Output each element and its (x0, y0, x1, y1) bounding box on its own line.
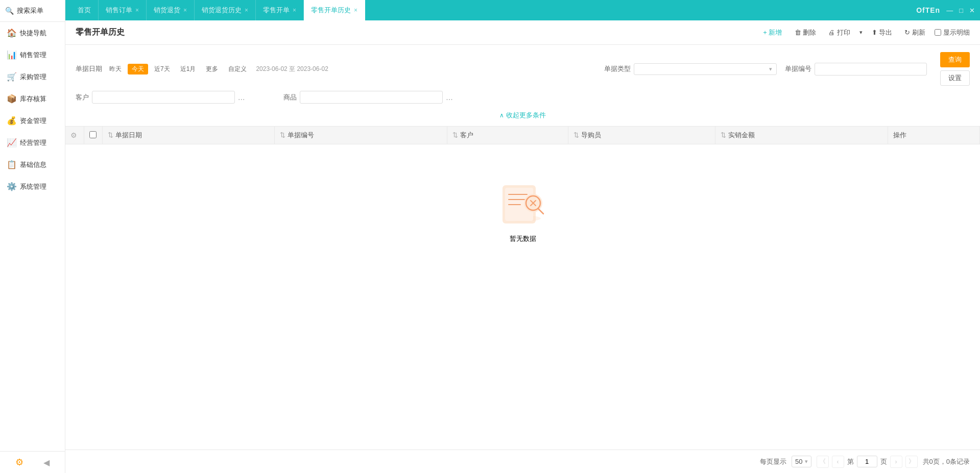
empty-state: 暂无数据 (65, 144, 980, 274)
page-title: 零售开单历史 (76, 27, 125, 38)
sidebar-item-finance[interactable]: 💰资金管理 (0, 110, 65, 132)
refresh-button[interactable]: ↻ 刷新 (901, 26, 928, 39)
tab-home[interactable]: 首页 (70, 0, 99, 20)
date-btn-yesterday[interactable]: 昨天 (105, 64, 126, 74)
print-chevron-icon[interactable]: ▾ (859, 29, 863, 36)
date-btn-more[interactable]: 更多 (202, 64, 222, 74)
date-filter-buttons: 昨天今天近7天近1月更多自定义 (105, 64, 251, 74)
doc-type-label: 单据类型 (604, 64, 631, 73)
delete-button[interactable]: 🗑 删除 (792, 26, 820, 39)
product-ellipsis-icon[interactable]: ... (446, 93, 452, 102)
tab-sales-return-history[interactable]: 销货退货历史× (195, 0, 256, 20)
sidebar-item-operations[interactable]: 📈经营管理 (0, 132, 65, 154)
tab-close-sales-return-history[interactable]: × (245, 7, 248, 13)
first-page-button[interactable]: 《 (817, 456, 829, 468)
sidebar-item-sales-mgmt[interactable]: 📊销售管理 (0, 44, 65, 66)
nav-icon-purchase-mgmt: 🛒 (7, 72, 17, 82)
col-header-doc_no[interactable]: ⇅单据编号 (275, 127, 447, 144)
col-sort-icon-amount: ⇅ (721, 131, 726, 139)
export-button[interactable]: ⬆ 导出 (869, 26, 896, 39)
product-input[interactable] (300, 91, 443, 104)
customer-label: 客户 (76, 93, 89, 102)
table-select-all[interactable] (89, 131, 97, 138)
collapse-button[interactable]: ∧ 收起更多条件 (76, 109, 970, 122)
filter-row-2: 客户 ... 商品 ... (76, 91, 970, 104)
tab-close-sales-return[interactable]: × (183, 7, 187, 13)
nav-icon-inventory: 📦 (7, 94, 17, 104)
tab-sales-return[interactable]: 销货退货× (147, 0, 195, 20)
sidebar-search-label: 搜索采单 (17, 6, 43, 15)
per-page-value: 50 (795, 458, 802, 465)
collapse-arrow-icon: ∧ (499, 112, 504, 119)
sidebar-item-quick-nav[interactable]: 🏠快捷导航 (0, 22, 65, 44)
setting-button[interactable]: 设置 (940, 70, 970, 86)
date-range: 2023-06-02 至 2023-06-02 (256, 65, 328, 73)
doc-no-filter-item: 单据编号 (785, 63, 927, 76)
empty-text: 暂无数据 (510, 234, 536, 243)
nav-icon-operations: 📈 (7, 138, 17, 147)
collapse-label: 收起更多条件 (506, 111, 546, 120)
customer-ellipsis-icon[interactable]: ... (238, 93, 245, 102)
tab-label-sales-order: 销售订单 (106, 6, 132, 15)
next-page-button[interactable]: › (890, 456, 902, 468)
nav-icon-finance: 💰 (7, 116, 17, 126)
add-button[interactable]: + 新增 (760, 26, 785, 39)
page-label: 第 (847, 457, 854, 466)
tab-label-home: 首页 (78, 6, 91, 15)
page-nav: 《 ‹ 第 页 › 》 (817, 456, 918, 468)
window-max-btn[interactable]: □ (959, 7, 963, 14)
tab-retail-open-history[interactable]: 零售开单历史× (304, 0, 365, 20)
col-header-amount[interactable]: ⇅实销金额 (715, 127, 888, 144)
doc-type-select[interactable]: ▾ (634, 63, 777, 75)
tab-close-retail-open[interactable]: × (293, 7, 296, 13)
product-filter-item: 商品 ... (283, 91, 452, 104)
date-label: 单据日期 (76, 64, 102, 73)
print-button[interactable]: 🖨 打印 (825, 26, 853, 39)
customer-filter-item: 客户 ... (76, 91, 245, 104)
tab-close-retail-open-history[interactable]: × (354, 7, 357, 13)
date-btn-last7[interactable]: 近7天 (150, 64, 174, 74)
last-page-button[interactable]: 》 (905, 456, 918, 468)
tab-label-sales-return-history: 销货退货历史 (202, 6, 242, 15)
window-min-btn[interactable]: — (946, 7, 953, 14)
tab-close-sales-order[interactable]: × (135, 7, 139, 13)
table-settings-icon[interactable]: ⚙ (70, 131, 77, 139)
collapse-icon[interactable]: ◀ (43, 458, 50, 467)
sidebar-item-basic-info[interactable]: 📋基础信息 (0, 154, 65, 176)
brand-label: OfTEn (916, 6, 940, 14)
col-header-customer[interactable]: ⇅客户 (447, 127, 568, 144)
settings-icon[interactable]: ⚙ (15, 457, 23, 468)
show-detail-checkbox[interactable] (935, 29, 941, 36)
col-header-guide[interactable]: ⇅导购员 (568, 127, 715, 144)
page-suffix: 页 (880, 457, 887, 466)
filter-row-1: 单据日期 昨天今天近7天近1月更多自定义 2023-06-02 至 2023-0… (76, 52, 970, 86)
filter-area: 单据日期 昨天今天近7天近1月更多自定义 2023-06-02 至 2023-0… (65, 45, 980, 127)
date-btn-custom[interactable]: 自定义 (224, 64, 251, 74)
show-detail-toggle[interactable]: 显示明细 (935, 28, 970, 37)
sidebar-item-inventory[interactable]: 📦库存核算 (0, 88, 65, 110)
date-btn-last_month[interactable]: 近1月 (176, 64, 200, 74)
query-button[interactable]: 查询 (940, 52, 970, 67)
doc-no-label: 单据编号 (785, 64, 811, 73)
table-header: ⚙⇅单据日期⇅单据编号⇅客户⇅导购员⇅实销金额操作 (65, 127, 980, 144)
empty-icon (492, 175, 554, 226)
sidebar-item-purchase-mgmt[interactable]: 🛒采购管理 (0, 66, 65, 88)
prev-page-button[interactable]: ‹ (832, 456, 844, 468)
pagination-bar: 每页显示 50 ▾ 《 ‹ 第 页 › 》 共0页，0条记录 (65, 450, 980, 473)
date-btn-today[interactable]: 今天 (128, 64, 148, 74)
customer-input[interactable] (92, 91, 235, 104)
tab-retail-open[interactable]: 零售开单× (256, 0, 304, 20)
date-filter-item: 单据日期 昨天今天近7天近1月更多自定义 2023-06-02 至 2023-0… (76, 64, 328, 74)
col-sort-icon-customer: ⇅ (452, 131, 458, 139)
per-page-select[interactable]: 50 ▾ (792, 456, 811, 467)
col-header-doc_date[interactable]: ⇅单据日期 (102, 127, 275, 144)
nav-icon-basic-info: 📋 (7, 160, 17, 169)
data-table: ⚙⇅单据日期⇅单据编号⇅客户⇅导购员⇅实销金额操作 (65, 127, 980, 144)
tab-sales-order[interactable]: 销售订单× (99, 0, 147, 20)
sidebar-item-system[interactable]: ⚙️系统管理 (0, 176, 65, 197)
page-input[interactable] (857, 456, 877, 467)
window-close-btn[interactable]: ✕ (969, 7, 975, 14)
doc-no-input[interactable] (815, 63, 927, 76)
doc-type-chevron-icon: ▾ (769, 66, 772, 72)
sidebar-search[interactable]: 🔍 搜索采单 (0, 0, 65, 22)
